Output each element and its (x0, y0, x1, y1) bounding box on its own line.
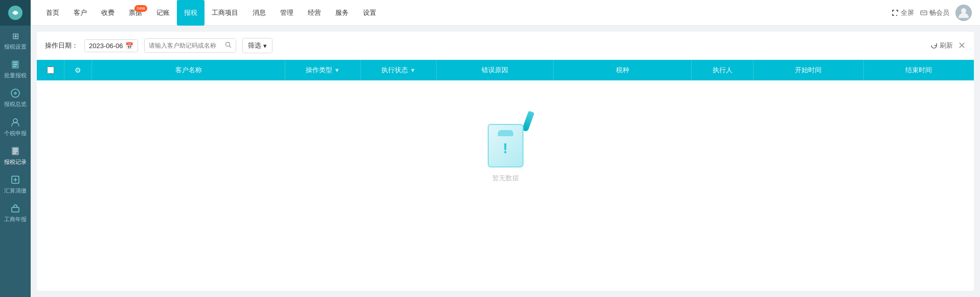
search-button[interactable] (221, 39, 236, 52)
sidebar-item-label: 工商年报 (4, 216, 27, 223)
start-time-column-header: 开始时间 (754, 60, 864, 80)
search-box (144, 38, 236, 53)
tax-type-column-header: 税种 (554, 60, 692, 80)
exec-status-column-header: 执行状态 ▼ (360, 60, 436, 80)
top-navigation: 首页 客户 收费 票据 new 记账 报税 工商项目 消息 管理 经营 (31, 0, 980, 26)
close-button[interactable]: ✕ (958, 41, 966, 50)
table-header-row: ⚙ 客户名称 操作类型 ▼ (37, 60, 974, 80)
gongshangnian-icon (9, 202, 21, 215)
error-reason-column-header: 错误原因 (437, 60, 554, 80)
nav-item-jingying[interactable]: 经营 (301, 0, 328, 26)
svg-rect-4 (13, 66, 16, 67)
column-settings-icon[interactable]: ⚙ (75, 66, 81, 74)
date-value: 2023-06-06 (89, 42, 123, 50)
client-name-column-header: 客户名称 (92, 60, 285, 80)
calendar-icon: 📅 (125, 42, 133, 50)
svg-rect-3 (13, 64, 17, 65)
end-time-column-header: 结束时间 (863, 60, 974, 80)
content-card: 操作日期： 2023-06-06 📅 筛选 ▾ (37, 32, 974, 291)
topnav-right: 全屏 畅会员 (892, 5, 972, 21)
main-area: 首页 客户 收费 票据 new 记账 报税 工商项目 消息 管理 经营 (31, 0, 980, 297)
pen-illustration (521, 111, 534, 132)
baoshuizonglan-icon (9, 87, 21, 99)
baoshuishezhi-icon: ⊞ (9, 30, 21, 42)
sidebar-item-label: 批量报税 (4, 72, 27, 79)
sidebar-item-baoshuizonglan[interactable]: 报税总览 (0, 83, 31, 112)
chevron-down-icon: ▾ (263, 42, 267, 50)
svg-point-13 (961, 8, 966, 13)
select-all-checkbox[interactable] (47, 67, 54, 74)
nav-item-shoufe[interactable]: 收费 (94, 0, 122, 26)
vip-icon (920, 9, 927, 16)
filter-label: 筛选 (248, 41, 261, 50)
checkbox-column-header (37, 60, 64, 80)
fullscreen-button[interactable]: 全屏 (892, 8, 914, 17)
baoshuijilu-icon (9, 145, 21, 157)
sidebar: ⊞ 报税设置 批量报税 报税总览 个税申报 (0, 0, 31, 297)
clipboard-illustration: ! (488, 124, 523, 167)
refresh-button[interactable]: 刷新 (930, 41, 953, 50)
sidebar-item-label: 汇算清缴 (4, 187, 27, 194)
sidebar-item-baoshuijilu[interactable]: 报税记录 (0, 141, 31, 169)
vip-button[interactable]: 畅会员 (920, 8, 949, 17)
avatar-icon (955, 5, 972, 21)
filter-button[interactable]: 筛选 ▾ (242, 38, 272, 53)
sidebar-item-label: 个税申报 (4, 130, 27, 137)
svg-point-14 (225, 43, 230, 47)
op-type-filter-icon[interactable]: ▼ (334, 67, 340, 73)
sidebar-item-baoshuishezhi[interactable]: ⊞ 报税设置 (0, 26, 31, 54)
nav-item-zhang[interactable]: 记账 (149, 0, 177, 26)
svg-rect-10 (12, 207, 19, 212)
nav-item-shezhi[interactable]: 设置 (356, 0, 383, 26)
sidebar-item-gongshangnian[interactable]: 工商年报 (0, 198, 31, 227)
nav-item-baoshui[interactable]: 报税 (177, 0, 204, 26)
app-logo[interactable] (0, 0, 31, 26)
date-picker[interactable]: 2023-06-06 📅 (84, 39, 138, 52)
svg-rect-11 (921, 11, 927, 15)
clipboard-top (498, 130, 513, 136)
table-container: ⚙ 客户名称 操作类型 ▼ (37, 60, 974, 291)
nav-item-fuwu[interactable]: 服务 (328, 0, 356, 26)
toolbar: 操作日期： 2023-06-06 📅 筛选 ▾ (37, 32, 974, 60)
toolbar-right: 刷新 ✕ (930, 41, 966, 50)
pilianbaoshui-icon (9, 58, 21, 71)
svg-rect-2 (13, 62, 17, 63)
svg-point-6 (14, 92, 17, 95)
op-type-column-header: 操作类型 ▼ (285, 60, 360, 80)
nav-item-kehu[interactable]: 客户 (66, 0, 94, 26)
settings-column-header: ⚙ (64, 60, 92, 80)
sidebar-item-label: 报税设置 (4, 44, 27, 50)
nav-item-shouye[interactable]: 首页 (39, 0, 66, 26)
empty-state: ! 暂无数据 (37, 80, 974, 214)
user-avatar[interactable] (955, 5, 972, 21)
empty-illustration: ! (480, 111, 531, 167)
sidebar-item-pilianbaoshui[interactable]: 批量报税 (0, 54, 31, 83)
search-icon (225, 41, 232, 48)
nav-item-xiaoxi[interactable]: 消息 (245, 0, 273, 26)
sidebar-item-label: 报税总览 (4, 101, 27, 108)
nav-item-gongshang[interactable]: 工商项目 (204, 0, 245, 26)
sidebar-item-geshui[interactable]: 个税申报 (0, 112, 31, 141)
executor-column-header: 执行人 (691, 60, 753, 80)
nav-item-guanli[interactable]: 管理 (273, 0, 301, 26)
empty-text: 暂无数据 (492, 174, 519, 183)
huisuanqingshu-icon (9, 174, 21, 186)
date-label: 操作日期： (45, 41, 78, 50)
exclamation-mark: ! (503, 140, 508, 157)
sidebar-item-label: 报税记录 (4, 159, 27, 165)
refresh-icon (930, 42, 938, 49)
nav-item-piao[interactable]: 票据 new (122, 0, 149, 26)
fullscreen-icon (892, 9, 899, 16)
sidebar-item-huisuanqingshu[interactable]: 汇算清缴 (0, 169, 31, 198)
exec-status-filter-icon[interactable]: ▼ (410, 67, 416, 73)
search-input[interactable] (145, 39, 221, 52)
content-area: 操作日期： 2023-06-06 📅 筛选 ▾ (31, 26, 980, 297)
new-badge: new (134, 5, 147, 12)
data-table: ⚙ 客户名称 操作类型 ▼ (37, 60, 974, 80)
geshui-icon (9, 116, 21, 129)
